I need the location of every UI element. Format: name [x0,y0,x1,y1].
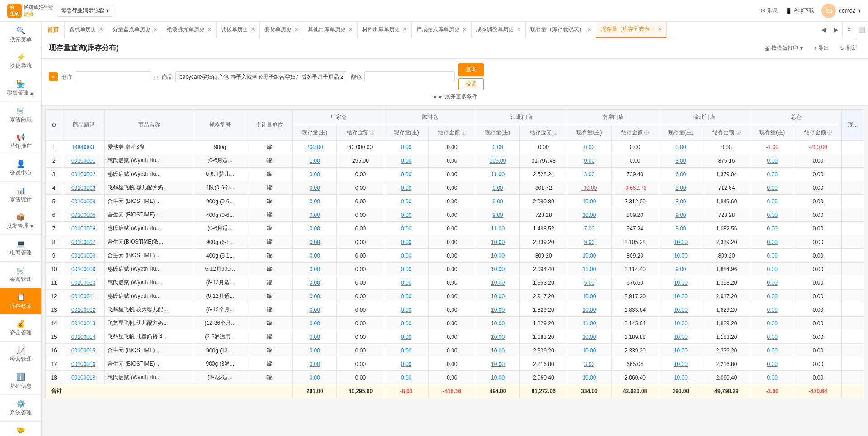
close-icon[interactable]: ✕ [403,27,407,33]
td-fc-amt: 0.00 [337,276,384,290]
sidebar-item-wholesale[interactable]: 📦 批发管理 ▼ [0,208,41,235]
close-icon[interactable]: ✕ [294,27,298,33]
message-btn[interactable]: ✉ 消息 [761,7,778,14]
sidebar-item-basics[interactable]: ℹ️ 基础信息 [0,368,41,395]
info-icon2[interactable]: ⓘ [462,130,466,135]
td-unit: 罐 [246,154,292,168]
tab-production-inbound[interactable]: 产成品入库单历史 ✕ [412,22,472,38]
close-icon[interactable]: ✕ [658,26,662,32]
refresh-btn[interactable]: ↻ 刷新 [836,42,861,54]
summary-yb-amt: 49,798.29 [703,384,750,398]
color-input[interactable] [364,71,455,82]
sidebar-item-purchase[interactable]: 🛒 采购管理 [0,262,41,288]
td-jb-stock: 10.00 [476,235,519,249]
close-icon[interactable]: ✕ [517,27,521,33]
info-icon3[interactable]: ⓘ [553,130,557,135]
td-yb-stock: 10.00 [659,317,703,330]
close-icon[interactable]: ✕ [99,27,103,33]
td-lc-amt: 0.00 [428,330,476,344]
td-total-amt: 0.00 [794,344,842,357]
tab-material-outbound[interactable]: 材料出库单历史 ✕ [358,22,412,38]
info-icon6[interactable]: ⓘ [827,130,832,135]
close-icon[interactable]: ✕ [462,27,467,33]
th-lc-amt: 结存金额 ⓘ [428,125,476,141]
td-lc-stock: 0.00 [384,344,428,357]
tab-close-all-btn[interactable]: ✕ [843,22,855,38]
warehouse-dots-btn[interactable]: ··· [154,74,158,80]
sidebar-item-quicknav[interactable]: ⚡ 快捷导航 [0,48,41,75]
td-lc-amt: 0.00 [428,276,476,290]
tab-transfer[interactable]: 调拨单历史 ✕ [217,22,260,38]
tab-stock-status[interactable]: 现存量（库存状况表） ✕ [526,22,596,38]
sidebar-item-marketing[interactable]: 📢 营销推广 [0,128,41,155]
info-icon5[interactable]: ⓘ [736,130,741,135]
td-total-stock: 0.00 [750,154,794,168]
td-total-stock: 0.00 [750,317,794,330]
tab-other-outbound[interactable]: 其他出库单历史 ✕ [303,22,358,38]
export-btn[interactable]: ↑ 导出 [810,42,833,54]
info-icon4[interactable]: ⓘ [644,130,649,135]
td-total-amt: 0.00 [794,276,842,290]
td-yb-amt: 2,339.20 [703,235,750,249]
td-jb-amt: 0.00 [520,141,567,154]
info-icon[interactable]: ⓘ [370,130,374,135]
warehouse-field: 仓库 ··· [61,71,158,82]
warehouse-input[interactable] [75,71,151,82]
td-yb-amt: 1,379.04 [703,168,750,181]
sidebar-item-ecommerce[interactable]: 💻 电商管理 [0,235,41,262]
tab-home[interactable]: 首页 [42,22,65,38]
tab-inventory-count[interactable]: 盘点单历史 ✕ [65,22,108,38]
goods-input[interactable] [175,71,347,82]
tab-prev-btn[interactable]: ◀ [817,22,830,38]
sidebar-item-system[interactable]: ⚙️ 系统管理 [0,395,41,422]
sidebar-item-finance[interactable]: 💰 资金管理 [0,315,41,342]
th-yb-amt: 结存金额 ⓘ [703,125,750,141]
td-name: 飞鹤星飞帆 儿童奶粉 4... [104,330,194,344]
industry-select[interactable]: 母婴行业演示陈套 ▾ [57,5,113,17]
expand-caret-btn[interactable]: » [49,72,58,81]
tab-next-btn[interactable]: ▶ [830,22,843,38]
table-row: 17 00100016 合生元 (BIOSTIME) ... 900g (3岁.… [46,357,864,371]
td-total-amt: 0.00 [794,303,842,317]
tab-assembly[interactable]: 组装拆卸单历史 ✕ [162,22,217,38]
tab-portion-count[interactable]: 分量盘点单历史 ✕ [108,22,162,38]
td-fc-amt: 0.00 [337,235,384,249]
td-na-amt: 2,917.20 [611,290,659,303]
query-btn[interactable]: 查询 [458,63,484,76]
td-total-stock: 0.00 [750,249,794,263]
user-area[interactable]: Ea demo2 ▾ [821,4,861,18]
td-lc-stock: 0.00 [384,181,428,195]
logo-text: 畅捷通好生意 标版 [24,4,53,17]
td-jb-stock: 10.00 [476,357,519,371]
sidebar-item-inventory[interactable]: 📋 库存核算 [0,288,41,315]
td-jb-amt: 1,353.20 [520,276,567,290]
sidebar-item-collab[interactable]: 🤝 企业协同 [0,422,41,436]
export-icon: ↑ [814,45,816,52]
td-fc-amt: 0.00 [337,181,384,195]
sidebar-item-member[interactable]: 👤 会员中心 [0,155,41,182]
sidebar-item-retail-mgmt[interactable]: 🏪 零售管理 ▲ [0,75,41,102]
td-lc-stock: 0.00 [384,263,428,276]
td-yb-stock: 10.00 [659,235,703,249]
expand-conditions-btn[interactable]: ▼▼ 展开更多条件 [432,93,477,101]
close-icon[interactable]: ✕ [349,27,353,33]
close-icon[interactable]: ✕ [251,27,255,33]
td-total-stock: 0.00 [750,330,794,344]
tab-stock-dist[interactable]: 现存量（库存分布表） ✕ [596,22,667,38]
sidebar-item-search[interactable]: 🔍 搜索英单 [0,22,41,48]
close-icon[interactable]: ✕ [208,27,212,33]
app-download-btn[interactable]: 📱 App下载 [785,7,814,14]
close-icon[interactable]: ✕ [153,27,157,33]
close-icon[interactable]: ✕ [587,27,591,33]
tab-cost-adjust[interactable]: 成本调整单历史 ✕ [472,22,526,38]
td-jb-amt: 2,216.80 [520,357,567,371]
settings-btn[interactable]: 设置 [458,78,484,90]
tab-expand-btn[interactable]: ⬜ [855,22,868,38]
td-code: 00100014 [62,330,105,344]
table-area: ⚙ 商品编码 商品名称 规格型号 主计量单位 厂家仓 陈村仓 江北门店 南岸门店… [42,106,868,436]
sidebar-item-retail-store[interactable]: 🛒 零售商城 [0,102,41,128]
sidebar-item-retail-stats[interactable]: 📊 零售统计 [0,182,41,208]
tab-requisition[interactable]: 要货单历史 ✕ [260,22,303,38]
print-btn[interactable]: 🖨 按模版打印 ▾ [760,42,807,54]
sidebar-item-operations[interactable]: 📈 经营管理 [0,342,41,368]
